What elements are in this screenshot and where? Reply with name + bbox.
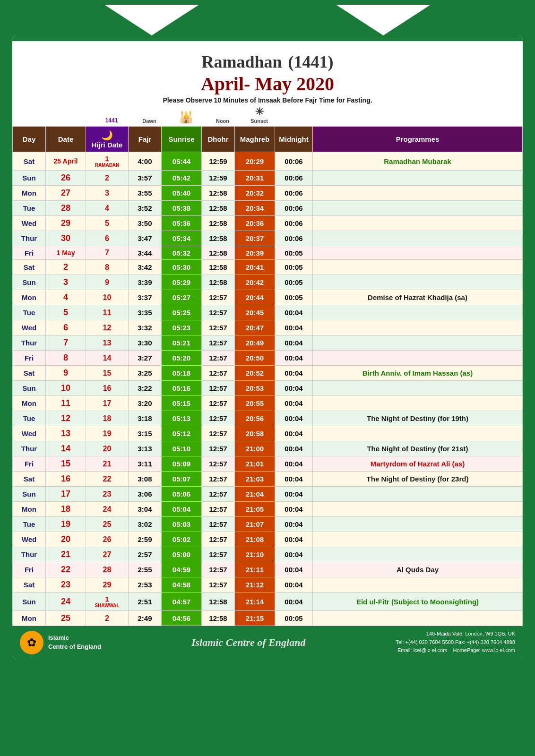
table-row: Tue 28 4 3:52 05:38 12:58 20:34 00:06 [13,201,523,216]
mosque-icon: 🕌 [166,111,206,124]
cell-hijri: 25 [86,517,129,532]
cell-programme [313,305,523,320]
cell-day: Thur [13,441,46,456]
table-row: Sat 2 8 3:42 05:30 12:58 20:41 00:05 [13,260,523,275]
cell-day: Sun [13,381,46,396]
cell-dhohr: 12:59 [202,152,235,171]
cell-fajr: 3:42 [129,260,162,275]
table-row: Fri 22 28 2:55 04:59 12:57 21:11 00:04 A… [13,562,523,577]
cell-fajr: 2:59 [129,532,162,547]
cell-sunrise: 05:36 [162,216,202,231]
cell-date: 8 [46,351,86,366]
cell-maghreb: 20:56 [235,411,275,426]
cell-date: 7 [46,335,86,351]
cell-fajr: 3:20 [129,396,162,411]
cell-fajr: 2:51 [129,593,162,611]
cell-maghreb: 21:04 [235,487,275,502]
cell-sunrise: 05:16 [162,381,202,396]
cell-sunrise: 05:15 [162,396,202,411]
table-row: Wed 13 19 3:15 05:12 12:57 20:58 00:04 [13,426,523,441]
cell-fajr: 3:18 [129,411,162,426]
cell-dhohr: 12:57 [202,472,235,487]
cell-hijri: 22 [86,472,129,487]
table-row: Tue 12 18 3:18 05:13 12:57 20:56 00:04 T… [13,411,523,426]
cell-maghreb: 20:42 [235,275,275,290]
cell-date: 28 [46,201,86,216]
prayer-table: Day Date 🌙 Hijri Date Fajr Sunrise Dhohr… [12,126,523,626]
cell-fajr: 2:55 [129,562,162,577]
cell-programme [313,351,523,366]
cell-sunrise: 05:07 [162,472,202,487]
cell-dhohr: 12:58 [202,275,235,290]
cell-hijri: 27 [86,547,129,562]
cell-dhohr: 12:57 [202,320,235,335]
cell-sunrise: 05:04 [162,502,202,517]
cell-sunrise: 05:25 [162,305,202,320]
cell-date: 25 April [46,152,86,171]
cell-date: 5 [46,305,86,320]
col-header-maghreb: Maghreb [235,127,275,152]
cell-programme [313,487,523,502]
cell-day: Fri [13,456,46,472]
cell-midnight: 00:04 [275,426,313,441]
cell-midnight: 00:04 [275,547,313,562]
cell-midnight: 00:04 [275,517,313,532]
cell-maghreb: 20:44 [235,290,275,305]
cell-programme [313,216,523,231]
cell-date: 12 [46,411,86,426]
cell-programme [313,186,523,201]
cell-day: Wed [13,320,46,335]
cell-fajr: 3:35 [129,305,162,320]
hijri-moon-icon: 🌙 [88,129,126,141]
cell-programme [313,517,523,532]
cell-programme [313,231,523,246]
cell-date: 18 [46,502,86,517]
table-row: Mon 27 3 3:55 05:40 12:58 20:32 00:06 [13,186,523,201]
cell-hijri: 9 [86,275,129,290]
cell-maghreb: 20:53 [235,381,275,396]
cell-sunrise: 04:58 [162,577,202,593]
cell-programme [313,171,523,186]
cell-sunrise: 05:23 [162,320,202,335]
org-logo: ✿ [20,631,43,654]
cell-midnight: 00:04 [275,593,313,611]
table-row: Wed 29 5 3:50 05:36 12:58 20:36 00:06 [13,216,523,231]
cell-hijri: 7 [86,246,129,260]
cell-dhohr: 12:57 [202,366,235,381]
cell-day: Fri [13,246,46,260]
cell-midnight: 00:04 [275,305,313,320]
cell-date: 21 [46,547,86,562]
title-year: April- May 2020 [17,73,518,95]
cell-date: 29 [46,216,86,231]
cell-date: 6 [46,320,86,335]
cell-hijri: 13 [86,335,129,351]
cell-programme [313,275,523,290]
cell-programme [313,577,523,593]
cell-hijri: 21 [86,456,129,472]
col-header-date: Date [46,127,86,152]
cell-midnight: 00:04 [275,366,313,381]
cell-midnight: 00:06 [275,216,313,231]
cell-fajr: 3:57 [129,171,162,186]
cell-day: Sun [13,171,46,186]
cell-programme: The Night of Destiny (for 19th) [313,411,523,426]
cell-programme [313,532,523,547]
cell-midnight: 00:06 [275,231,313,246]
cell-midnight: 00:06 [275,201,313,216]
cell-midnight: 00:05 [275,290,313,305]
cell-date: 4 [46,290,86,305]
cell-fajr: 3:25 [129,366,162,381]
cell-dhohr: 12:57 [202,411,235,426]
cell-date: 15 [46,456,86,472]
cell-day: Thur [13,231,46,246]
cell-programme: The Night of Destiny (for 23rd) [313,472,523,487]
cell-day: Wed [13,216,46,231]
cell-sunrise: 05:09 [162,456,202,472]
cell-midnight: 00:04 [275,562,313,577]
cell-fajr: 3:32 [129,320,162,335]
cell-sunrise: 05:42 [162,171,202,186]
cell-dhohr: 12:57 [202,351,235,366]
hijri-year-label: 1441 [90,117,133,124]
cell-day: Sat [13,366,46,381]
cell-hijri: 16 [86,381,129,396]
